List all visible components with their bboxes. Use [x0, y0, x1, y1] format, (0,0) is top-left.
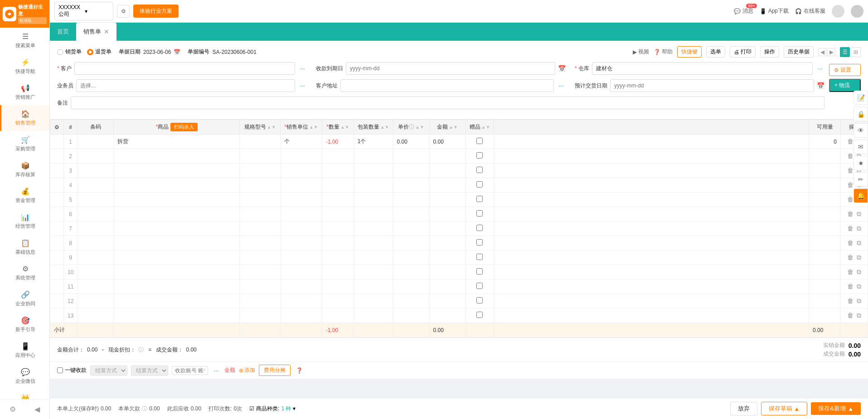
row-gift[interactable]	[466, 207, 494, 222]
row-price[interactable]	[393, 207, 429, 222]
sidebar-item-purchase[interactable]: 🛒 采购管理	[0, 131, 49, 157]
due-date-input[interactable]	[346, 62, 555, 75]
online-service-button[interactable]: 🎧 在线客服	[795, 7, 825, 15]
warehouse-input[interactable]	[592, 62, 813, 75]
experience-button[interactable]: 体验行业方案	[133, 5, 179, 18]
row-barcode[interactable]	[78, 207, 114, 222]
expense-btn[interactable]: 费用分摊	[259, 365, 291, 376]
row-gift[interactable]	[466, 193, 494, 207]
gear-button[interactable]: ⚙	[117, 5, 130, 18]
row-price[interactable]	[393, 294, 429, 308]
history-btn[interactable]: 历史单据	[784, 46, 814, 58]
tab-home[interactable]: 首页	[50, 23, 76, 41]
row-barcode[interactable]	[78, 250, 114, 265]
product-type-item[interactable]: ☑ 商品种类: 1 种 ▾	[249, 405, 296, 413]
row-spec[interactable]	[240, 164, 281, 178]
row-spec[interactable]	[240, 250, 281, 265]
row-copy-btn[interactable]: ⧉	[856, 253, 862, 262]
logistics-button[interactable]: + 物流	[829, 79, 861, 92]
list-view-btn[interactable]: ☰	[840, 47, 850, 57]
row-spec[interactable]	[240, 178, 281, 193]
sidebar-item-basic[interactable]: 📋 基础信息	[0, 234, 49, 260]
sidebar-item-biz[interactable]: 📊 经营管理	[0, 208, 49, 234]
sidebar-item-inventory[interactable]: 📦 库存核算	[0, 157, 49, 183]
row-barcode[interactable]	[78, 193, 114, 207]
sidebar-item-sys[interactable]: ⚙ 系统管理	[0, 260, 49, 286]
sidebar-item-wechat[interactable]: 💬 企业微信	[0, 363, 49, 389]
sidebar-item-sales[interactable]: 🏠 销售管理	[0, 105, 49, 131]
help-link[interactable]: ❓ 帮助	[654, 48, 673, 56]
remark-input[interactable]	[71, 96, 824, 109]
row-price[interactable]	[393, 164, 429, 178]
row-gift[interactable]	[466, 164, 494, 178]
row-qty[interactable]: -1.00	[322, 135, 354, 149]
sidebar-collapse-btn[interactable]: ◀	[33, 403, 42, 415]
sf-edit-btn[interactable]: ✏	[853, 172, 868, 187]
message-button[interactable]: 💬 消息 99+	[734, 7, 753, 15]
row-spec[interactable]	[240, 193, 281, 207]
row-spec[interactable]	[240, 308, 281, 323]
sf-lock-btn[interactable]: 🔒	[853, 107, 868, 121]
row-delete-btn[interactable]: 🗑	[846, 209, 854, 218]
avatar-secondary[interactable]	[851, 5, 863, 18]
row-product[interactable]	[114, 308, 240, 323]
company-select[interactable]: XXXXXX公司 ▾	[54, 2, 113, 20]
settlement-select[interactable]: 结算方式	[131, 366, 168, 376]
info-icon[interactable]: ⓘ	[142, 405, 147, 413]
sf-action-btn[interactable]: 🔔	[853, 188, 868, 203]
row-price[interactable]: 0.00	[393, 135, 429, 149]
row-barcode[interactable]	[78, 135, 114, 149]
row-delete-btn[interactable]: 🗑	[846, 282, 854, 291]
row-delete-btn[interactable]: 🗑	[846, 296, 854, 305]
th-settings[interactable]: ⚙	[50, 120, 64, 135]
row-qty[interactable]	[322, 294, 354, 308]
row-price[interactable]	[393, 178, 429, 193]
row-copy-btn[interactable]: ⧉	[856, 209, 862, 219]
row-barcode[interactable]	[78, 222, 114, 236]
sf-eye-btn[interactable]: 👁	[853, 123, 868, 138]
sidebar-item-enterprise[interactable]: 🔗 企业协同	[0, 286, 49, 312]
row-qty[interactable]	[322, 149, 354, 164]
row-product[interactable]	[114, 149, 240, 164]
row-gift[interactable]	[466, 222, 494, 236]
account-more-btn[interactable]: ···	[212, 367, 221, 374]
row-qty[interactable]	[322, 164, 354, 178]
row-qty[interactable]	[322, 308, 354, 323]
onepay-checkbox[interactable]	[57, 367, 63, 373]
row-qty[interactable]	[322, 265, 354, 279]
row-price[interactable]	[393, 222, 429, 236]
video-link[interactable]: ▶ 视频	[633, 48, 649, 56]
calendar-icon[interactable]: 📅	[174, 49, 180, 55]
app-download-button[interactable]: 📱 App下载	[760, 7, 789, 15]
row-price[interactable]	[393, 265, 429, 279]
shortcut-btn[interactable]: 快捷键	[677, 46, 702, 58]
payment-method-select[interactable]: 结算方式	[90, 366, 127, 376]
row-gift[interactable]	[466, 178, 494, 193]
row-barcode[interactable]	[78, 236, 114, 250]
row-qty[interactable]	[322, 207, 354, 222]
row-spec[interactable]	[240, 135, 281, 149]
customer-addr-input[interactable]	[340, 79, 554, 92]
row-spec[interactable]	[240, 265, 281, 279]
row-delete-btn[interactable]: 🗑	[846, 311, 854, 320]
row-spec[interactable]	[240, 236, 281, 250]
row-copy-btn[interactable]: ⧉	[856, 296, 862, 306]
row-price[interactable]	[393, 250, 429, 265]
salesman-input[interactable]	[76, 79, 295, 92]
row-spec[interactable]	[240, 149, 281, 164]
row-barcode[interactable]	[78, 308, 114, 323]
abandon-button[interactable]: 放弃	[730, 402, 757, 415]
operation-btn[interactable]: 操作	[760, 46, 779, 58]
row-gift[interactable]	[466, 250, 494, 265]
prev-arrow[interactable]: ◀	[818, 48, 826, 56]
row-product[interactable]	[114, 193, 240, 207]
row-product[interactable]	[114, 207, 240, 222]
row-copy-btn[interactable]: ⧉	[856, 238, 862, 248]
salesman-more-btn[interactable]: ···	[298, 82, 307, 89]
row-barcode[interactable]	[78, 294, 114, 308]
choose-btn[interactable]: 选单	[706, 46, 725, 58]
sidebar-settings-btn[interactable]: ⚙	[8, 403, 18, 415]
account-input[interactable]	[172, 366, 208, 375]
row-barcode[interactable]	[78, 178, 114, 193]
sidebar-item-member[interactable]: 👑 畅会员	[0, 389, 49, 399]
